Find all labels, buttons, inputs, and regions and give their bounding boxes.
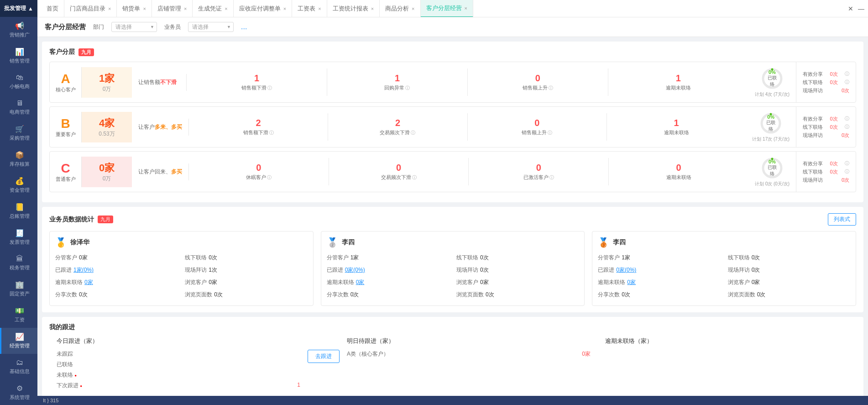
info-icon[interactable]: ⓘ (845, 79, 849, 86)
sidebar-item-营销推广[interactable]: 📢营销推广 (0, 17, 37, 43)
sidebar-icon: 🛍 (16, 74, 23, 82)
staff-stat: 现场拜访 1次 (185, 265, 307, 275)
expand-icon: ▲ (28, 5, 33, 12)
biz-stats-header: 业务员数据统计 九月 列表式 (49, 213, 856, 226)
customer-tier-section: 客户分层 九月 A 核心客户 1家 0万 让销售额不下滑 1 销售额下滑 ⓘ 1… (42, 42, 863, 202)
tab-销货单[interactable]: 销货单× (117, 0, 152, 17)
tab-close-icon[interactable]: × (412, 6, 414, 11)
tier-metrics: 1 销售额下滑 ⓘ 1 回购异常 ⓘ 0 销售额上升 ⓘ 1 逾期未联络 (187, 68, 748, 96)
tab-label: 客户分层经营 (426, 4, 462, 12)
tab-生成凭证[interactable]: 生成凭证× (193, 0, 233, 17)
tab-close-icon[interactable]: × (225, 6, 227, 11)
info-icon[interactable]: ⓘ (548, 130, 552, 136)
sidebar-item-工资[interactable]: 💵工资 (0, 302, 37, 328)
staff-stats-grid: 分管客户 1家 线下联络 0次 已跟进 0家(0%) 现场拜访 0次 逾期未联络… (598, 252, 850, 300)
sidebar-item-经营管理[interactable]: 📈经营管理 (0, 328, 37, 354)
sidebar-item-库存核算[interactable]: 📦库存核算 (0, 146, 37, 172)
page-header: 客户分层经营 部门 请选择 业务员 请选择 ... (37, 17, 868, 37)
tab-close-icon[interactable]: × (143, 6, 146, 11)
staff-grid: 🥇 徐泽华 分管客户 0家 线下联络 0次 已跟进 1家(0%) 现场拜访 1次… (49, 231, 856, 306)
staff-select[interactable]: 请选择 (188, 22, 234, 32)
tab-工资统计报表[interactable]: 工资统计报表× (327, 0, 380, 17)
tier-stats: 4家 0.53万 (82, 112, 132, 142)
sidebar-item-电商管理[interactable]: 🖥电商管理 (0, 95, 37, 120)
staff-stat: 分管客户 0家 (55, 252, 178, 263)
sidebar-item-固定资产[interactable]: 🏢固定资产 (0, 276, 37, 302)
tier-circle-area: 0%已联络 计划 4次 (7天/次) (748, 62, 796, 102)
sidebar-item-基础信息[interactable]: 🗂基础信息 (0, 354, 37, 379)
medal-icon: 🥈 (327, 237, 338, 248)
page-title: 客户分层经营 (45, 23, 86, 32)
tab-首页[interactable]: 首页 (41, 0, 64, 17)
metric-count: 2 (256, 118, 261, 128)
dept-label: 部门 (93, 23, 104, 31)
info-icon[interactable]: ⓘ (845, 168, 849, 175)
tier-metrics: 2 销售额下滑 ⓘ 2 交易频次下滑 ⓘ 0 销售额上升 ⓘ 1 逾期未联络 (189, 113, 746, 141)
info-icon[interactable]: ⓘ (269, 130, 274, 136)
info-icon[interactable]: ⓘ (845, 71, 849, 78)
tier-metrics: 0 休眠客户 ⓘ 0 交易频次下滑 ⓘ 0 已激活客户 ⓘ 0 逾期未联络 (189, 158, 748, 185)
info-icon[interactable]: ⓘ (549, 85, 553, 91)
sidebar-item-资金管理[interactable]: 💰资金管理 (0, 172, 37, 198)
tab-客户分层经营[interactable]: 客户分层经营× (421, 0, 473, 17)
tab-close-icon[interactable]: × (184, 6, 187, 11)
staff-name-row: 🥇 徐泽华 (55, 237, 308, 248)
medal-icon: 🥇 (55, 237, 67, 248)
sidebar-icon: 💰 (15, 177, 24, 185)
staff-stat: 浏览客户 0家 (728, 277, 850, 288)
tab-店铺管理[interactable]: 店铺管理× (152, 0, 193, 17)
tab-商品分析[interactable]: 商品分析× (380, 0, 420, 17)
bottom-bar: It } 315 (37, 396, 868, 405)
sidebar-icon: 🛒 (15, 125, 24, 133)
tab-门店商品目录[interactable]: 门店商品目录× (64, 0, 117, 17)
tab-label: 生成凭证 (198, 5, 222, 13)
tab-close-icon[interactable]: × (371, 6, 374, 11)
info-icon[interactable]: ⓘ (845, 160, 849, 167)
sidebar-item-系统管理[interactable]: ⚙系统管理 (0, 379, 37, 405)
sidebar-icon: ⚙ (16, 384, 23, 393)
staff-card-2: 🥉 李四 分管客户 1家 线下联络 0次 已跟进 0家(0%) 现场拜访 0次 … (592, 231, 856, 306)
sidebar-item-小畅电商[interactable]: 🛍小畅电商 (0, 69, 37, 95)
tab-close-icon[interactable]: × (108, 6, 111, 11)
info-icon[interactable]: ⓘ (411, 130, 415, 136)
tab-minimize-icon[interactable]: — (858, 5, 864, 12)
info-icon[interactable]: ⓘ (412, 174, 417, 181)
staff-label: 业务员 (164, 23, 181, 31)
staff-stats-grid: 分管客户 1家 线下联络 0次 已跟进 0家(0%) 现场拜访 0次 逾期未联络… (327, 252, 579, 300)
metric-count: 0 (396, 163, 401, 173)
info-icon[interactable]: ⓘ (845, 124, 849, 131)
tab-label: 工资表 (298, 5, 315, 13)
goto-followup-btn[interactable]: 去跟进 (308, 350, 340, 363)
right-stat: 有效分享 0次 ⓘ (803, 71, 849, 78)
info-icon[interactable]: ⓘ (405, 85, 410, 91)
tab-close-icon[interactable]: × (318, 6, 321, 11)
tab-应收应付调整单[interactable]: 应收应付调整单× (234, 0, 292, 17)
info-icon[interactable]: ⓘ (267, 85, 272, 91)
tab-工资表[interactable]: 工资表× (292, 0, 327, 17)
staff-stat: 浏览客户 0家 (185, 277, 307, 288)
sidebar-item-发票管理[interactable]: 🧾发票管理 (0, 224, 37, 250)
sidebar-item-销售管理[interactable]: 📊销售管理 (0, 43, 37, 69)
right-stat: 线下联络 0次 ⓘ (803, 124, 849, 131)
tab-close-icon[interactable]: × (465, 5, 467, 11)
metric-item: 1 销售额下滑 ⓘ (187, 68, 327, 96)
metric-count: 0 (256, 163, 261, 173)
tier-right-stats: 有效分享 0次 ⓘ 线下联络 0次 ⓘ 现场拜访 0次 (796, 66, 856, 99)
sidebar-item-采购管理[interactable]: 🛒采购管理 (0, 120, 37, 146)
sidebar-icon: 📦 (15, 151, 24, 159)
sidebar-top-label[interactable]: 批发管理 ▲ (0, 0, 37, 17)
staff-stat: 浏览页面数 0次 (456, 289, 579, 300)
more-filter-btn[interactable]: ... (241, 23, 247, 31)
metric-count: 1 (395, 73, 400, 84)
tab-close-icon[interactable]: × (283, 6, 286, 11)
info-icon[interactable]: ⓘ (845, 116, 849, 122)
dept-select[interactable]: 请选择 (111, 22, 157, 32)
sidebar-item-总账管理[interactable]: 📒总账管理 (0, 198, 37, 224)
info-icon[interactable]: ⓘ (267, 174, 272, 181)
list-view-btn[interactable]: 列表式 (828, 213, 856, 226)
staff-stat: 分享次数 0次 (327, 289, 449, 300)
right-stat: 现场拜访 0次 (803, 177, 849, 184)
info-icon[interactable]: ⓘ (549, 174, 554, 181)
tab-close-all-icon[interactable]: ✕ (848, 5, 853, 12)
sidebar-item-税务管理[interactable]: 🏛税务管理 (0, 250, 37, 276)
